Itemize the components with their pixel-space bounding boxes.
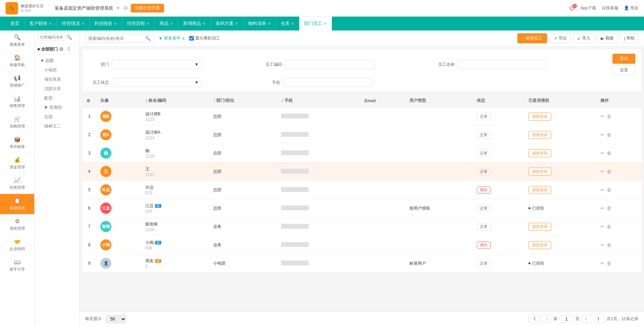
dept-node-project[interactable]: 项目库房 bbox=[35, 75, 79, 84]
delete-btn[interactable]: 🗑 bbox=[607, 242, 611, 248]
menu-marketing[interactable]: 📢营销推广 bbox=[0, 71, 34, 92]
emp-status-select[interactable]: ▼ bbox=[112, 78, 202, 87]
authorize-btn[interactable]: 授权登录 bbox=[528, 113, 551, 121]
authorize-btn[interactable]: 授权登录 bbox=[528, 186, 551, 194]
dept-search-icon[interactable]: 🔍 bbox=[66, 35, 72, 40]
edit-btn[interactable]: ✏ bbox=[600, 224, 605, 229]
next-page-btn[interactable]: 〉 bbox=[582, 315, 592, 323]
tab-business[interactable]: 经营情况 ✕ bbox=[57, 17, 90, 30]
dept-node-hq2[interactable]: 总部 bbox=[35, 112, 79, 122]
emp-name-input[interactable] bbox=[457, 60, 547, 69]
show-resigned-label[interactable]: 显示离职员工 bbox=[189, 35, 220, 41]
close-dept[interactable]: ✕ bbox=[324, 21, 327, 26]
edit-btn[interactable]: ✏ bbox=[600, 205, 605, 211]
phone-input[interactable] bbox=[283, 78, 373, 87]
close-products[interactable]: ✕ bbox=[170, 21, 173, 26]
delete-btn[interactable]: 🗑 bbox=[607, 224, 611, 229]
edit-btn[interactable]: ✏ bbox=[600, 169, 605, 174]
prev-page-btn[interactable]: 〈 bbox=[541, 315, 551, 323]
authorize-btn[interactable]: 授权登录 bbox=[528, 149, 551, 157]
tab-products[interactable]: 商品 ✕ bbox=[155, 17, 178, 30]
authorize-btn[interactable]: 授权登录 bbox=[528, 131, 551, 139]
tab-dept-staff[interactable]: 部门员工 ✕ bbox=[299, 17, 332, 30]
tab-add-product[interactable]: 新增商品 ✕ bbox=[178, 17, 211, 30]
close-customer[interactable]: ✕ bbox=[49, 21, 52, 26]
close-profit[interactable]: ✕ bbox=[114, 21, 117, 26]
menu-finance[interactable]: 💰资金管理 bbox=[0, 153, 34, 174]
trial-btn[interactable]: 体验行业方案 bbox=[131, 4, 164, 12]
more-conditions-btn[interactable]: ▼ 更多条件 ∧ bbox=[158, 35, 185, 41]
app-download-link[interactable]: App下载 bbox=[580, 5, 596, 11]
dept-node-zhishu[interactable]: 植树王二 bbox=[35, 122, 79, 131]
close-add-product[interactable]: ✕ bbox=[202, 21, 206, 26]
delete-btn[interactable]: 🗑 bbox=[607, 132, 611, 138]
message-icon[interactable]: 💬 6 bbox=[570, 6, 575, 11]
tab-profit[interactable]: 利润报告 ✕ bbox=[90, 17, 122, 30]
set-btn[interactable]: 设置 bbox=[613, 65, 635, 75]
edit-btn[interactable]: ✏ bbox=[600, 242, 605, 248]
close-business[interactable]: ✕ bbox=[81, 21, 84, 26]
close-history[interactable]: ✕ bbox=[146, 21, 149, 26]
edit-btn[interactable]: ✏ bbox=[600, 187, 605, 193]
edit-btn[interactable]: ✏ bbox=[600, 114, 605, 119]
online-service-link[interactable]: 在线客服 bbox=[602, 5, 618, 11]
delete-btn[interactable]: 🗑 bbox=[607, 150, 611, 156]
dept-search-input[interactable] bbox=[37, 33, 65, 41]
menu-search[interactable]: 🔍搜索菜单 bbox=[0, 30, 34, 51]
authorize-btn[interactable]: 授权登录 bbox=[528, 168, 551, 176]
add-employee-btn[interactable]: + 新增员工 bbox=[517, 33, 547, 43]
tab-customer[interactable]: 客户联络 ✕ bbox=[25, 17, 57, 30]
dept-node-headquarters[interactable]: ▼ 总部 bbox=[35, 56, 79, 65]
dept-node-distribution[interactable]: 配货 bbox=[35, 94, 79, 103]
close-bom[interactable]: ✕ bbox=[267, 21, 271, 26]
dept-select[interactable]: ▼ bbox=[112, 60, 202, 69]
edit-btn[interactable]: ✏ bbox=[600, 150, 605, 156]
authorize-btn[interactable]: 授权登录 bbox=[528, 223, 551, 231]
dept-collapse-icon[interactable]: 《 bbox=[65, 46, 70, 52]
dept-all-header[interactable]: ■ 全部部门 ⚙ 《 bbox=[35, 44, 79, 55]
menu-purchase[interactable]: 🛒采购管理 bbox=[0, 112, 34, 133]
close-barcode[interactable]: ✕ bbox=[235, 21, 238, 26]
last-page-btn[interactable]: 》 bbox=[594, 315, 605, 323]
tab-history[interactable]: 经营历程 ✕ bbox=[122, 17, 155, 30]
dept-settings-icon[interactable]: ⚙ bbox=[59, 46, 64, 52]
dept-node-electronics[interactable]: 小电部 bbox=[35, 65, 79, 75]
tab-warehouse[interactable]: 仓库 ✕ bbox=[276, 17, 299, 30]
col-dept-pos[interactable]: ↕ 部门/职位 bbox=[209, 94, 277, 107]
col-name-code[interactable]: ↕ 姓名/编码 bbox=[141, 94, 209, 107]
page-number-input[interactable] bbox=[560, 315, 573, 323]
dept-node-shuanglu[interactable]: ▶ 双鹿想 bbox=[35, 103, 79, 112]
search-input[interactable] bbox=[88, 36, 144, 41]
user-avatar[interactable]: 👤 用友 bbox=[624, 5, 638, 11]
settings-icon[interactable]: ⚙ bbox=[123, 5, 128, 11]
edit-btn[interactable]: ✏ bbox=[600, 261, 605, 266]
view-btn[interactable]: ▶ 视频 bbox=[597, 33, 617, 43]
import-btn[interactable]: ↙ 导入 bbox=[573, 33, 594, 43]
menu-basic-info[interactable]: 📋基础信息 bbox=[0, 194, 34, 214]
menu-system[interactable]: ⚙系统管理 bbox=[0, 214, 34, 235]
delete-btn[interactable]: 🗑 bbox=[607, 261, 611, 266]
show-resigned-checkbox[interactable] bbox=[189, 36, 194, 41]
col-settings[interactable]: ⚙ bbox=[82, 94, 96, 107]
menu-guide[interactable]: 📖新手引导 bbox=[0, 255, 34, 276]
tab-bom[interactable]: 物料清单 ✕ bbox=[243, 17, 276, 30]
authorize-btn[interactable]: 授权登录 bbox=[528, 241, 551, 249]
menu-inventory[interactable]: 📦库存核算 bbox=[0, 133, 34, 153]
help-btn[interactable]: | 帮助 bbox=[620, 33, 638, 43]
dept-node-shenyang[interactable]: 沈阳大库 bbox=[35, 84, 79, 94]
col-phone[interactable]: ↕ 手机 bbox=[277, 94, 360, 107]
per-page-select[interactable]: 50 100 bbox=[106, 315, 126, 323]
edit-btn[interactable]: ✏ bbox=[600, 132, 605, 138]
tab-home[interactable]: 首页 bbox=[6, 17, 25, 30]
delete-btn[interactable]: 🗑 bbox=[607, 169, 611, 174]
delete-btn[interactable]: 🗑 bbox=[607, 205, 611, 211]
delete-btn[interactable]: 🗑 bbox=[607, 114, 611, 119]
menu-sales[interactable]: 📊销售管理 bbox=[0, 92, 34, 112]
system-dropdown-icon[interactable]: ▼ bbox=[116, 6, 120, 11]
menu-operations[interactable]: 📈经营管理 bbox=[0, 174, 34, 194]
export-btn[interactable]: ↗ 导出 bbox=[550, 33, 571, 43]
emp-code-input[interactable] bbox=[285, 60, 375, 69]
first-page-btn[interactable]: 《 bbox=[528, 315, 539, 323]
search-icon[interactable]: 🔍 bbox=[145, 36, 151, 41]
menu-quicknav[interactable]: 🏠快捷导航 bbox=[0, 51, 34, 71]
